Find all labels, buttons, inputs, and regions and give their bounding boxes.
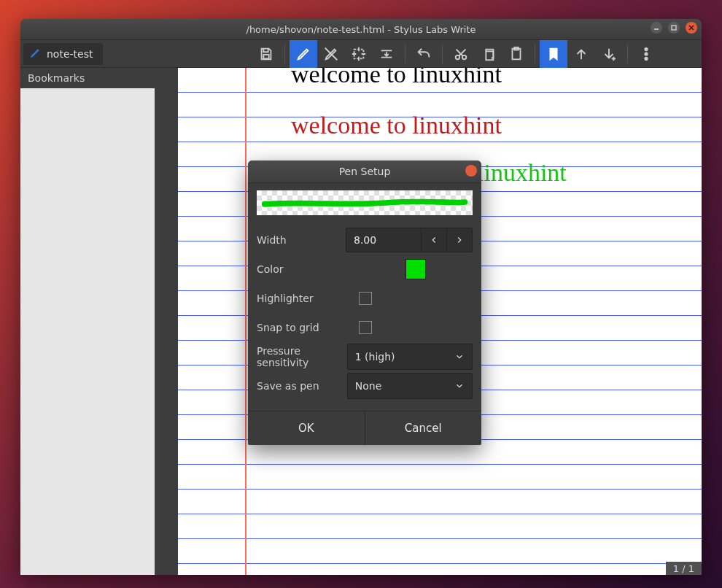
page-counter: 1 / 1 xyxy=(666,562,702,575)
cut-button[interactable] xyxy=(447,40,475,68)
chevron-right-icon xyxy=(454,235,465,245)
sidebar-header: Bookmarks xyxy=(20,68,155,88)
pressure-label: Pressure sensitivity xyxy=(257,345,347,368)
handwriting-line-2: welcome to linuxhint xyxy=(291,112,502,139)
handwriting-line-1: welcome to linuxhint xyxy=(291,68,502,88)
svg-point-24 xyxy=(645,57,647,59)
titlebar: /home/shovon/note-test.html - Stylus Lab… xyxy=(20,19,702,40)
tab-label: note-test xyxy=(47,48,93,60)
color-label: Color xyxy=(257,263,359,275)
arrow-down-plus-icon xyxy=(601,46,617,62)
separator xyxy=(627,45,628,63)
bookmark-icon xyxy=(546,46,562,62)
chevron-down-icon xyxy=(454,381,465,391)
width-spinner[interactable]: 8.00 xyxy=(346,228,473,252)
separator xyxy=(442,45,443,63)
copy-button[interactable] xyxy=(475,40,502,68)
save-as-value: None xyxy=(355,380,382,392)
snap-label: Snap to grid xyxy=(257,322,359,333)
bookmarks-sidebar: Bookmarks xyxy=(20,68,155,575)
pen-tab-icon xyxy=(29,46,42,61)
copy-icon xyxy=(481,46,497,62)
dialog-titlebar: Pen Setup xyxy=(248,160,481,183)
save-as-select[interactable]: None xyxy=(347,373,473,399)
bookmark-button[interactable] xyxy=(540,40,567,68)
select-tool-button[interactable] xyxy=(345,40,373,68)
cancel-button[interactable]: Cancel xyxy=(365,411,482,445)
side-gap xyxy=(155,68,178,575)
svg-rect-4 xyxy=(263,54,268,58)
dialog-title: Pen Setup xyxy=(339,166,391,177)
svg-point-22 xyxy=(645,47,647,50)
width-label: Width xyxy=(257,234,346,246)
arrow-up-icon xyxy=(573,46,589,62)
dialog-button-row: OK Cancel xyxy=(248,411,481,445)
pen-icon xyxy=(295,46,311,62)
overflow-menu-button[interactable] xyxy=(632,40,660,68)
insert-space-button[interactable] xyxy=(373,40,400,68)
highlighter-row: Highlighter xyxy=(257,284,473,313)
tab-area: note-test xyxy=(20,40,249,68)
prev-page-button[interactable] xyxy=(567,40,595,68)
chevron-left-icon xyxy=(429,235,439,245)
width-increase-button[interactable] xyxy=(446,228,472,252)
close-button[interactable] xyxy=(686,22,697,34)
color-swatch[interactable] xyxy=(405,259,426,279)
chevron-down-icon xyxy=(454,352,465,362)
handwriting-line-3: linuxhint xyxy=(477,159,567,187)
width-decrease-button[interactable] xyxy=(421,228,446,252)
width-row: Width 8.00 xyxy=(257,225,473,255)
insert-space-icon xyxy=(379,46,395,62)
overflow-icon xyxy=(638,46,654,62)
stroke-eraser-button[interactable] xyxy=(317,40,345,68)
snap-row: Snap to grid xyxy=(257,313,473,342)
svg-rect-17 xyxy=(486,51,493,60)
save-button[interactable] xyxy=(252,40,280,68)
select-icon xyxy=(351,46,367,62)
svg-rect-1 xyxy=(672,26,676,30)
separator xyxy=(535,45,535,63)
cut-icon xyxy=(453,46,469,62)
save-icon xyxy=(258,46,274,62)
maximize-button[interactable] xyxy=(668,22,680,34)
highlighter-label: Highlighter xyxy=(257,293,359,304)
color-row: Color xyxy=(257,255,473,284)
paste-icon xyxy=(508,46,524,62)
stroke-preview-icon xyxy=(261,196,468,210)
undo-button[interactable] xyxy=(410,40,438,68)
save-as-row: Save as pen None xyxy=(257,371,473,401)
toolbar xyxy=(249,40,702,68)
svg-point-23 xyxy=(645,53,647,55)
pressure-row: Pressure sensitivity 1 (high) xyxy=(257,342,473,371)
separator xyxy=(405,45,405,63)
save-as-label: Save as pen xyxy=(257,380,347,392)
pen-setup-dialog: Pen Setup Width 8.00 Color xyxy=(248,160,481,445)
undo-icon xyxy=(416,46,432,62)
highlighter-checkbox[interactable] xyxy=(359,292,372,305)
snap-checkbox[interactable] xyxy=(359,321,372,334)
pressure-select[interactable]: 1 (high) xyxy=(347,344,473,370)
pen-preview xyxy=(257,190,473,215)
dialog-close-button[interactable] xyxy=(465,165,477,177)
next-page-button[interactable] xyxy=(595,40,623,68)
top-row: note-test xyxy=(20,40,702,68)
pen-tool-button[interactable] xyxy=(290,40,317,68)
ok-button[interactable]: OK xyxy=(248,411,365,445)
pressure-value: 1 (high) xyxy=(355,351,395,363)
width-value: 8.00 xyxy=(346,234,421,246)
minimize-button[interactable] xyxy=(651,22,662,34)
stroke-eraser-icon xyxy=(323,46,339,62)
document-tab[interactable]: note-test xyxy=(23,43,103,65)
window-title: /home/shovon/note-test.html - Stylus Lab… xyxy=(247,24,476,35)
paste-button[interactable] xyxy=(502,40,530,68)
separator xyxy=(284,45,285,63)
